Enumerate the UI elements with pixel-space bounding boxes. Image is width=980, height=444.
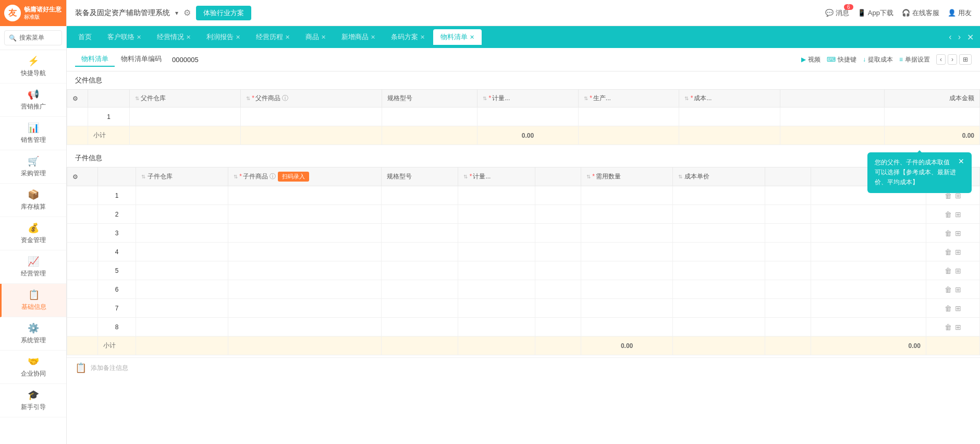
child-unit-cost-3[interactable] bbox=[673, 224, 765, 243]
child-unit-cost-6[interactable] bbox=[673, 280, 765, 299]
sidebar-item-1[interactable]: 📢营销推广 bbox=[0, 83, 66, 117]
child-warehouse-8[interactable] bbox=[136, 318, 228, 337]
delete-icon-7[interactable]: 🗑 bbox=[945, 304, 952, 313]
parent-extra-cell[interactable] bbox=[780, 107, 885, 126]
copy-icon-3[interactable]: ⊞ bbox=[955, 229, 961, 237]
child-spec-3[interactable] bbox=[382, 224, 458, 243]
single-setting-button[interactable]: ≡ 单据设置 bbox=[899, 55, 930, 64]
scan-input-button[interactable]: 扫码录入 bbox=[278, 172, 309, 182]
parent-qty-cell[interactable] bbox=[477, 107, 579, 126]
delete-icon-3[interactable]: 🗑 bbox=[945, 229, 952, 237]
sidebar-item-3[interactable]: 🛒采购管理 bbox=[0, 150, 66, 184]
child-unit-cost-4[interactable] bbox=[673, 243, 765, 261]
copy-icon-4[interactable]: ⊞ bbox=[955, 248, 961, 256]
delete-icon-5[interactable]: 🗑 bbox=[945, 267, 952, 275]
nav-next-button[interactable]: › bbox=[956, 32, 963, 42]
sidebar-item-9[interactable]: 🤝企业协同 bbox=[0, 351, 66, 384]
child-req-qty-7[interactable] bbox=[581, 299, 673, 318]
tab-operations[interactable]: 经营情况 ✕ bbox=[150, 29, 198, 45]
tab-bom[interactable]: 物料清单 ✕ bbox=[433, 29, 482, 45]
child-req-qty-2[interactable] bbox=[581, 205, 673, 224]
close-profit-tab[interactable]: ✕ bbox=[236, 34, 240, 41]
trial-button[interactable]: 体验行业方案 bbox=[196, 6, 251, 20]
sub-nav-bom-code[interactable]: 物料清单编码 bbox=[115, 52, 168, 67]
sidebar-item-0[interactable]: ⚡快捷导航 bbox=[0, 50, 66, 83]
child-unit-cost-2[interactable] bbox=[673, 205, 765, 224]
child-qty-7[interactable] bbox=[458, 299, 535, 318]
child-warehouse-5[interactable] bbox=[136, 261, 228, 280]
next-record-btn[interactable]: › bbox=[948, 54, 957, 65]
online-service-button[interactable]: 🎧 在线客服 bbox=[902, 8, 939, 18]
sidebar-item-8[interactable]: ⚙️系统管理 bbox=[0, 317, 66, 351]
tab-customer[interactable]: 客户联络 ✕ bbox=[100, 29, 149, 45]
child-goods-7[interactable] bbox=[228, 299, 381, 318]
child-spec-7[interactable] bbox=[382, 299, 458, 318]
th-gear-child[interactable]: ⚙ bbox=[67, 167, 98, 186]
copy-icon-7[interactable]: ⊞ bbox=[955, 304, 961, 313]
child-req-qty-6[interactable] bbox=[581, 280, 673, 299]
close-history-tab[interactable]: ✕ bbox=[285, 34, 290, 41]
child-warehouse-7[interactable] bbox=[136, 299, 228, 318]
tab-new-goods[interactable]: 新增商品 ✕ bbox=[334, 29, 383, 45]
sidebar-item-10[interactable]: 🎓新手引导 bbox=[0, 384, 66, 417]
child-unit-cost-7[interactable] bbox=[673, 299, 765, 318]
app-download-button[interactable]: 📱 App下载 bbox=[858, 8, 893, 18]
close-goods-tab[interactable]: ✕ bbox=[321, 34, 326, 41]
user-menu[interactable]: 👤 用友 bbox=[948, 8, 972, 18]
child-qty-3[interactable] bbox=[458, 224, 535, 243]
close-operations-tab[interactable]: ✕ bbox=[186, 34, 191, 41]
child-goods-6[interactable] bbox=[228, 280, 381, 299]
copy-icon-6[interactable]: ⊞ bbox=[955, 285, 961, 294]
parent-cost-cell[interactable] bbox=[679, 107, 780, 126]
delete-icon-4[interactable]: 🗑 bbox=[945, 248, 952, 256]
child-goods-5[interactable] bbox=[228, 261, 381, 280]
search-menu-button[interactable]: 🔍 搜索菜单 bbox=[4, 30, 62, 45]
child-qty-4[interactable] bbox=[458, 243, 535, 261]
child-spec-1[interactable] bbox=[382, 186, 458, 205]
child-req-qty-5[interactable] bbox=[581, 261, 673, 280]
expand-btn[interactable]: ⊞ bbox=[959, 54, 972, 65]
th-gear-parent[interactable]: ⚙ bbox=[67, 90, 88, 107]
sidebar-item-5[interactable]: 💰资金管理 bbox=[0, 217, 66, 250]
close-barcode-tab[interactable]: ✕ bbox=[420, 34, 425, 41]
child-goods-3[interactable] bbox=[228, 224, 381, 243]
nav-prev-button[interactable]: ‹ bbox=[947, 32, 953, 42]
child-spec-5[interactable] bbox=[382, 261, 458, 280]
child-warehouse-3[interactable] bbox=[136, 224, 228, 243]
tooltip-close-btn[interactable]: ✕ bbox=[958, 158, 964, 165]
child-goods-1[interactable] bbox=[228, 186, 381, 205]
child-unit-cost-8[interactable] bbox=[673, 318, 765, 337]
child-goods-4[interactable] bbox=[228, 243, 381, 261]
copy-icon-8[interactable]: ⊞ bbox=[955, 323, 961, 331]
sidebar-item-7[interactable]: 📋基础信息 bbox=[0, 284, 66, 317]
tab-profit[interactable]: 利润报告 ✕ bbox=[199, 29, 248, 45]
view-video-button[interactable]: ▶ 视频 bbox=[801, 55, 820, 64]
child-unit-cost-1[interactable] bbox=[673, 186, 765, 205]
add-note-icon[interactable]: 📋 bbox=[75, 362, 87, 374]
child-qty-6[interactable] bbox=[458, 280, 535, 299]
child-spec-6[interactable] bbox=[382, 280, 458, 299]
delete-icon-8[interactable]: 🗑 bbox=[945, 323, 952, 331]
child-warehouse-1[interactable] bbox=[136, 186, 228, 205]
sidebar-item-6[interactable]: 📈经营管理 bbox=[0, 250, 66, 284]
close-bom-tab[interactable]: ✕ bbox=[470, 34, 474, 41]
close-all-tabs-button[interactable]: ✕ bbox=[965, 32, 976, 42]
delete-icon-2[interactable]: 🗑 bbox=[945, 210, 952, 219]
child-spec-8[interactable] bbox=[382, 318, 458, 337]
child-qty-2[interactable] bbox=[458, 205, 535, 224]
child-goods-8[interactable] bbox=[228, 318, 381, 337]
child-spec-4[interactable] bbox=[382, 243, 458, 261]
child-spec-2[interactable] bbox=[382, 205, 458, 224]
child-req-qty-1[interactable] bbox=[581, 186, 673, 205]
close-new-goods-tab[interactable]: ✕ bbox=[371, 34, 375, 41]
child-warehouse-4[interactable] bbox=[136, 243, 228, 261]
sidebar-item-2[interactable]: 📊销售管理 bbox=[0, 117, 66, 150]
child-warehouse-2[interactable] bbox=[136, 205, 228, 224]
system-dropdown[interactable]: ▾ bbox=[175, 9, 178, 17]
delete-icon-6[interactable]: 🗑 bbox=[945, 285, 952, 294]
parent-goods-cell[interactable] bbox=[240, 107, 382, 126]
child-unit-cost-5[interactable] bbox=[673, 261, 765, 280]
tab-goods[interactable]: 商品 ✕ bbox=[298, 29, 333, 45]
child-goods-2[interactable] bbox=[228, 205, 381, 224]
extract-cost-button[interactable]: ↓ 提取成本 bbox=[863, 55, 893, 64]
